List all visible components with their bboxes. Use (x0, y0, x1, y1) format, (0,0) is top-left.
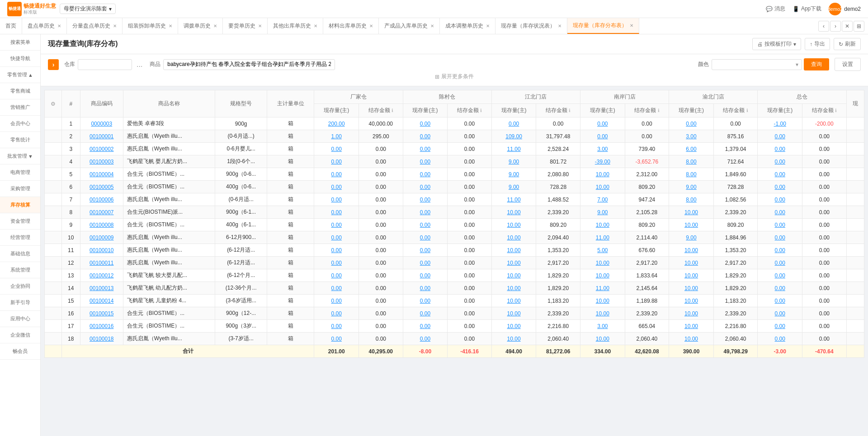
sidebar-item-fan-member[interactable]: 畅会员 (0, 343, 40, 360)
table-row: 1 0000003 爱他美 卓睿3段 900g 箱 200.00 40,000.… (45, 117, 864, 130)
goods-input[interactable] (163, 59, 335, 70)
refresh-btn[interactable]: ↻ 刷新 (834, 38, 861, 50)
chevron-up-icon: ▲ (28, 72, 33, 78)
jiangbei-inv-header: 现存量(主) (491, 104, 536, 117)
table-area[interactable]: ⚙ # 商品编码 商品名称 规格型号 主计量单位 厂家仓 陈村仓 江北门店 南岸… (41, 86, 868, 436)
table-row: 2 00100001 惠氏启胤（Wyeth illu... (0-6月适...)… (45, 130, 864, 143)
tab-close-assemble[interactable]: ✕ (169, 23, 172, 28)
yuubei-amt-header: 结存金额 ℹ (713, 104, 758, 117)
print-btn[interactable]: 🖨 按模板打印 ▾ (752, 38, 801, 50)
chevron-down-print-icon: ▾ (793, 41, 796, 47)
table-row: 6 00100005 合生元（BIOSTIME）... 400g（0-6... … (45, 181, 864, 193)
tab-close-dist[interactable]: ✕ (113, 23, 117, 28)
sidebar-item-sys[interactable]: 系统管理 (0, 262, 40, 278)
warehouse-dots-btn[interactable]: ... (135, 61, 144, 69)
table-row: 8 00100007 合生元(BIOSTIME)派... 900g（6-1...… (45, 206, 864, 219)
content-area: 现存量查询(库存分布) 🖨 按模板打印 ▾ ↑ 导出 ↻ 刷新 (41, 34, 868, 436)
tab-close-transfer[interactable]: ✕ (213, 23, 217, 28)
sidebar-item-new-guide[interactable]: 新手引导 (0, 295, 40, 311)
total-inv-header: 现存量(主) (758, 104, 802, 117)
tab-close-stocktake[interactable]: ✕ (57, 23, 61, 28)
jiangbei-amt-header: 结存金额 ℹ (536, 104, 580, 117)
message-btn[interactable]: 💬 消息 (766, 5, 785, 13)
tab-home[interactable]: 首页 (0, 18, 22, 34)
sidebar-item-quick-nav[interactable]: 快捷导航 (0, 51, 40, 67)
tab-close-inv-dist[interactable]: ✕ (630, 23, 633, 28)
col-factory-header: 厂家仓 (314, 90, 403, 104)
nanan-amt-header: 结存金额 ℹ (625, 104, 669, 117)
sidebar-item-retail-stats[interactable]: 零售统计 (0, 132, 40, 148)
sidebar-item-search-hero[interactable]: 搜索英单 (0, 34, 40, 51)
sidebar-item-retail-mall[interactable]: 零售商城 (0, 83, 40, 99)
total-amt-header: 结存金额 ℹ (802, 104, 847, 117)
sidebar-item-ecom[interactable]: 电商管理 (0, 164, 40, 181)
tab-inventory-dist[interactable]: 现存量（库存分布表） ✕ (567, 18, 639, 34)
sidebar-item-basic-info[interactable]: 基础信息 (0, 246, 40, 262)
tab-prev-btn[interactable]: ‹ (818, 21, 829, 32)
app-download-btn[interactable]: 📱 App下载 (793, 5, 821, 13)
tab-other-outbound[interactable]: 其他出库单历史 ✕ (268, 18, 323, 34)
col-nanan-header: 南岸门店 (580, 90, 669, 104)
chevron-down-icon: ▾ (109, 6, 112, 12)
tab-goods-request[interactable]: 要货单历史 ✕ (223, 18, 268, 34)
table-row: 9 00100008 合生元（BIOSTIME）... 400g（6-1... … (45, 219, 864, 231)
col-settings[interactable]: ⚙ (45, 90, 62, 117)
sidebar-item-corp-wechat[interactable]: 企业微信 (0, 327, 40, 343)
col-index-header: # (61, 90, 80, 117)
sidebar-item-corp-collab[interactable]: 企业协同 (0, 278, 40, 295)
tab-inventory-status[interactable]: 现存量（库存状况表） ✕ (495, 18, 567, 34)
sidebar-item-marketing[interactable]: 营销推广 (0, 99, 40, 116)
tab-transfer[interactable]: 调拨单历史 ✕ (178, 18, 223, 34)
export-icon: ↑ (810, 41, 812, 47)
tab-close-other[interactable]: ✕ (314, 23, 317, 28)
tab-cost-adjust[interactable]: 成本调整单历史 ✕ (440, 18, 495, 34)
sidebar-item-finance[interactable]: 资金管理 (0, 213, 40, 230)
tab-stocktake-dist[interactable]: 分量盘点单历史 ✕ (67, 18, 123, 34)
table-row: 14 00100013 飞鹤星飞帆 幼儿配方奶... (12-36个月... 箱… (45, 282, 864, 295)
col-total-header: 总仓 (758, 90, 846, 104)
logo-icon: 畅捷通 (7, 2, 22, 16)
tab-close-status[interactable]: ✕ (558, 23, 561, 28)
tab-assemble[interactable]: 组装拆卸单历史 ✕ (123, 18, 178, 34)
sidebar-item-purchase[interactable]: 采购管理 (0, 181, 40, 197)
expand-more-btn[interactable]: ⊞ 展开更多条件 (48, 71, 861, 82)
sidebar-item-inventory[interactable]: 库存核算 (0, 197, 40, 213)
table-row: 18 00100018 惠氏启胤（Wyeth illu... (3-7岁适...… (45, 333, 864, 345)
tab-material-outbound[interactable]: 材料出库单历史 ✕ (323, 18, 379, 34)
tab-stocktake-single[interactable]: 盘点单历史 ✕ (22, 18, 67, 34)
sidebar-item-member[interactable]: 会员中心 (0, 116, 40, 132)
avatar: demo2 (829, 3, 841, 15)
tab-close-cost[interactable]: ✕ (486, 23, 490, 28)
sidebar-item-wholesale[interactable]: 批发管理 ▼ (0, 148, 40, 164)
tab-close-finished[interactable]: ✕ (430, 23, 434, 28)
table-row: 13 00100012 飞鹤星飞帆 较大婴儿配... (6-12个月... 箱 … (45, 269, 864, 282)
chenlin-inv-header: 现存量(主) (403, 104, 448, 117)
total-row: 合计 201.00 40,295.00 -8.00 -416.16 494.00… (45, 345, 864, 358)
industry-select[interactable]: 母婴行业演示陈套 ▾ (60, 4, 116, 14)
table-row: 7 00100006 惠氏启胤（Wyeth illu... (0-6月适... … (45, 193, 864, 206)
query-btn[interactable]: 查询 (804, 58, 829, 70)
logo-area: 畅捷通 畅捷通好生意 标准版 (7, 2, 56, 16)
top-bar-left: 畅捷通 畅捷通好生意 标准版 母婴行业演示陈套 ▾ (7, 2, 116, 16)
page-title: 现存量查询(库存分布) (48, 39, 118, 49)
export-btn[interactable]: ↑ 导出 (805, 38, 830, 50)
data-table: ⚙ # 商品编码 商品名称 规格型号 主计量单位 厂家仓 陈村仓 江北门店 南岸… (44, 90, 864, 358)
expand-filter-btn[interactable]: › (48, 59, 59, 70)
sidebar-item-ops[interactable]: 经营管理 (0, 230, 40, 246)
user-profile[interactable]: demo2 demo2 (829, 3, 861, 15)
warehouse-input[interactable] (78, 59, 132, 70)
tab-finished-inbound[interactable]: 产成品入库单历史 ✕ (379, 18, 440, 34)
color-input[interactable] (712, 59, 802, 70)
goods-filter: 商品 (150, 59, 335, 70)
filter-area: › 仓库 ... 商品 颜色 ▾ 查询 设置 (41, 54, 868, 86)
settings-btn[interactable]: 设置 (835, 58, 861, 71)
tab-close-all-btn[interactable]: ✕ (842, 21, 853, 32)
tab-expand-btn[interactable]: ⊞ (854, 21, 864, 32)
sidebar-item-app-center[interactable]: 应用中心 (0, 311, 40, 327)
message-icon: 💬 (766, 6, 773, 12)
tab-close-goods[interactable]: ✕ (258, 23, 262, 28)
col-spec-header: 规格型号 (215, 90, 267, 117)
tab-next-btn[interactable]: › (830, 21, 841, 32)
sidebar-item-retail-mgmt[interactable]: 零售管理 ▲ (0, 67, 40, 83)
tab-close-material[interactable]: ✕ (369, 23, 373, 28)
